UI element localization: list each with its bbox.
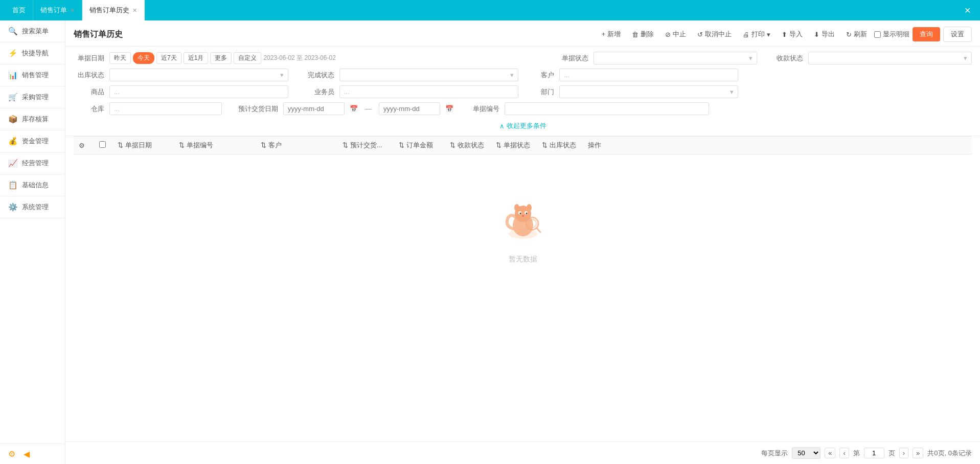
th-delivery-status[interactable]: ⇅ 出库状态 [537,137,583,154]
display-cols-checkbox-group: 显示明细 [874,30,909,39]
sidebar-item-search-menu[interactable]: 🔍 搜索菜单 [0,20,65,42]
pagination: 每页显示 50 100 200 « ‹ 第 1 页 › » 共0页, 0条记录 [65,441,980,464]
quick-nav-icon: ⚡ [8,49,18,58]
export-btn[interactable]: ⬇ 导出 [810,28,839,41]
th-customer[interactable]: ⇅ 客户 [256,137,337,154]
sidebar-item-operations[interactable]: 📈 经营管理 [0,152,65,174]
next-page-btn[interactable]: › [899,448,908,458]
stop-icon: ⊘ [665,31,671,38]
tab-sales-order-close[interactable]: ✕ [70,7,75,14]
sidebar-item-purchase-mgmt[interactable]: 🛒 采购管理 [0,86,65,108]
stop-btn[interactable]: ⊘ 中止 [661,28,690,41]
order-status-select[interactable]: ▾ [594,52,757,64]
th-order-no[interactable]: ⇅ 单据编号 [174,137,256,154]
first-page-btn[interactable]: « [825,448,835,458]
date-btn-yesterday[interactable]: 昨天 [109,52,131,64]
cancel-stop-icon: ↺ [697,31,703,38]
tab-home[interactable]: 首页 [5,0,33,20]
tab-sales-order[interactable]: 销售订单 ✕ [33,0,82,20]
tab-sales-order-history[interactable]: 销售订单历史 ✕ [82,0,145,20]
import-label: 导入 [789,30,803,39]
select-all-checkbox[interactable] [99,141,106,148]
delivery-status-label: 出库状态 [74,71,104,80]
date-btn-custom[interactable]: 自定义 [234,52,261,64]
th-date[interactable]: ⇅ 单据日期 [112,137,174,154]
empty-text: 暂无数据 [509,255,537,264]
date-btn-7days[interactable]: 近7天 [156,52,181,64]
cancel-stop-btn[interactable]: ↺ 取消中止 [693,28,736,41]
window-close-btn[interactable]: ✕ [960,4,975,17]
th-amount-label: 订单金额 [406,141,433,149]
sort-icon: ⇅ [118,141,125,149]
warehouse-placeholder: ... [114,105,120,113]
new-btn[interactable]: + 新增 [598,28,625,41]
sort-icon-amount: ⇅ [399,141,406,149]
import-btn[interactable]: ⬆ 导入 [778,28,807,41]
sidebar-item-basic-info[interactable]: 📋 基础信息 [0,174,65,196]
sidebar-item-capital[interactable]: 💰 资金管理 [0,130,65,152]
dept-select[interactable]: ▾ [559,85,738,98]
refresh-label: 刷新 [854,30,867,39]
sort-icon-pay: ⇅ [450,141,458,149]
filter-row-1: 单据日期 昨天 今天 近7天 近1月 更多 自定义 2023-06-02 至 2… [74,52,972,64]
th-delivery-label: 预计交货... [350,141,382,149]
main-layout: 🔍 搜索菜单 ⚡ 快捷导航 📊 销售管理 🛒 采购管理 📦 库存核算 💰 资金管… [0,20,980,464]
filter-row-4: 仓库 ... 预计交货日期 📅 — 📅 单据编号 [74,102,972,115]
customer-select[interactable]: ... [559,69,738,81]
th-order-status[interactable]: ⇅ 单据状态 [491,137,537,154]
th-settings[interactable]: ⚙ [74,137,94,154]
th-date-label: 单据日期 [125,141,152,149]
order-no-input[interactable] [505,102,709,115]
order-no-label: 单据编号 [469,104,499,114]
sidebar-item-inventory[interactable]: 📦 库存核算 [0,108,65,130]
sidebar-settings-icon[interactable]: ⚙ [8,449,15,459]
settings-btn[interactable]: 设置 [943,27,972,42]
calendar-from-icon[interactable]: 📅 [350,105,358,113]
collapse-btn[interactable]: ∧ 收起更多条件 [74,119,972,130]
warehouse-select[interactable]: ... [109,102,222,115]
date-btn-1month[interactable]: 近1月 [184,52,209,64]
tab-sales-order-history-close[interactable]: ✕ [132,7,137,14]
refresh-btn[interactable]: ↻ 刷新 [842,28,871,41]
delete-btn[interactable]: 🗑 删除 [628,28,658,41]
page-label-prefix: 第 [853,449,860,458]
last-page-btn[interactable]: » [913,448,923,458]
svg-point-7 [519,213,521,214]
sidebar-item-sys-mgmt[interactable]: ⚙️ 系统管理 [0,196,65,218]
sidebar-item-operations-label: 经营管理 [22,159,49,168]
prev-page-btn[interactable]: ‹ [839,448,849,458]
sidebar-item-inventory-label: 库存核算 [22,115,49,124]
sidebar-item-quick-nav[interactable]: ⚡ 快捷导航 [0,42,65,64]
product-label: 商品 [74,87,104,97]
payment-status-select[interactable]: ▾ [808,52,972,64]
search-btn[interactable]: 查询 [913,27,940,41]
delivery-date-from[interactable] [283,102,345,115]
delivery-date-to[interactable] [379,102,440,115]
calendar-to-icon[interactable]: 📅 [445,105,453,113]
th-delivery-date[interactable]: ⇅ 预计交货... [337,137,394,154]
page-input[interactable]: 1 [864,448,884,458]
toolbar: + 新增 🗑 删除 ⊘ 中止 ↺ 取消中止 🖨 打印 ▾ [598,27,972,42]
sidebar-expand-icon[interactable]: ◀ [24,449,30,459]
sidebar-item-sys-mgmt-label: 系统管理 [22,203,49,212]
salesperson-select[interactable]: ... [339,85,518,98]
th-amount[interactable]: ⇅ 订单金额 [394,137,445,154]
page-size-select[interactable]: 50 100 200 [792,447,821,459]
customer-label: 客户 [534,71,554,80]
payment-status-dropdown-icon: ▾ [964,54,967,62]
date-btn-today[interactable]: 今天 [133,52,154,64]
date-btn-more[interactable]: 更多 [210,52,232,64]
empty-state: 暂无数据 [74,154,972,284]
th-action: 操作 [583,137,972,154]
th-pay-status[interactable]: ⇅ 收款状态 [445,137,491,154]
th-checkbox[interactable] [94,137,112,154]
delivery-status-select[interactable]: ▾ [109,69,288,81]
tab-sales-order-history-label: 销售订单历史 [89,6,129,15]
product-select[interactable]: ... [109,85,288,98]
sidebar-item-sales-mgmt[interactable]: 📊 销售管理 [0,64,65,86]
complete-status-select[interactable]: ▾ [339,69,518,81]
tab-sales-order-label: 销售订单 [40,6,67,15]
print-btn[interactable]: 🖨 打印 ▾ [739,28,774,41]
top-bar: 首页 销售订单 ✕ 销售订单历史 ✕ ✕ [0,0,980,20]
display-cols-checkbox[interactable] [874,31,881,38]
